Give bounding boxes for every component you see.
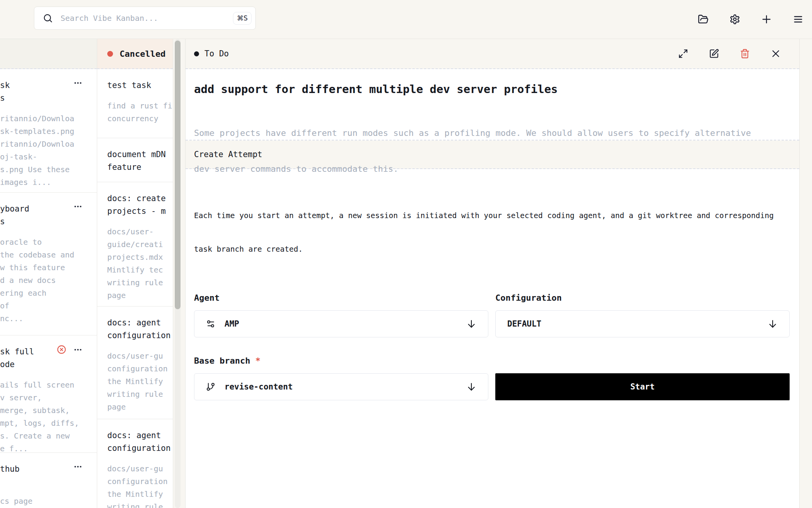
close-icon: [771, 49, 781, 59]
task-card[interactable]: sk full ode ails full screen v server, m…: [0, 335, 97, 453]
card-title-line: document mDN: [107, 148, 173, 161]
card-desc-line: docs/user-gu: [107, 462, 173, 475]
card-desc-line: ering each: [0, 287, 97, 300]
settings-gear-icon: [729, 14, 740, 25]
required-marker: *: [255, 356, 260, 366]
card-desc-line: guide/creati: [107, 238, 173, 251]
topbar-actions: [698, 0, 804, 39]
card-desc-line: projects.mdx: [107, 251, 173, 264]
card-desc-line: concurrency: [107, 112, 173, 125]
card-desc-line: s. Create a new: [0, 430, 97, 442]
task-status-label: To Do: [204, 49, 229, 58]
arrow-down-icon: [466, 319, 476, 329]
card-desc-line: oj-task-: [0, 151, 97, 163]
folder-open-icon: [698, 14, 709, 25]
card-desc-line: find a rust fi: [107, 100, 173, 112]
column-title: Cancelled: [120, 49, 165, 59]
settings-sliders-icon: [206, 319, 215, 329]
card-desc-line: w this feature: [0, 261, 97, 274]
delete-trash-icon: [740, 49, 750, 59]
edit-task-button[interactable]: [709, 49, 719, 59]
card-desc-line: docs/user-: [107, 225, 173, 238]
base-branch-select[interactable]: revise-content: [194, 373, 488, 400]
agent-field: Agent AMP: [194, 293, 488, 337]
topbar: ⌘S: [0, 0, 812, 39]
task-details-panel: To Do: [185, 39, 800, 508]
card-desc-line: configuration: [107, 362, 173, 375]
card-desc-line: configuration: [107, 475, 173, 488]
card-title-line: configuration: [107, 442, 173, 455]
card-title-line: docs: agent: [107, 317, 173, 329]
attempt-intro-line: Each time you start an attempt, a new se…: [194, 210, 790, 221]
card-desc-line: of: [0, 300, 97, 312]
card-desc-line: mpt, logs, diffs,: [0, 417, 97, 430]
task-panel-header: To Do: [186, 39, 799, 69]
hamburger-menu-icon: [793, 14, 804, 25]
task-panel-actions: [678, 49, 781, 59]
card-title-line: docs: create: [107, 192, 173, 205]
card-menu-icon[interactable]: [73, 345, 83, 354]
search-input[interactable]: [60, 13, 226, 23]
column-header: Cancelled: [97, 39, 173, 69]
search-box[interactable]: ⌘S: [34, 7, 256, 30]
card-desc-line: nc...: [0, 312, 97, 325]
attempt-intro-line: task branch are created.: [194, 244, 790, 255]
base-branch-value: revise-content: [225, 382, 293, 391]
task-card[interactable]: test task find a rust fi concurrency: [97, 69, 173, 138]
task-card[interactable]: sk s ritannio/Downloa sk-templates.png r…: [0, 69, 97, 193]
card-desc-line: ritannio/Downloa: [0, 112, 97, 125]
card-menu-icon[interactable]: [73, 78, 83, 88]
task-card[interactable]: docs: agent configuration docs/user-gu c…: [97, 419, 173, 508]
card-desc-line: page: [107, 401, 173, 413]
task-title-block: add support for different multiple dev s…: [186, 69, 799, 141]
task-card[interactable]: docs: create projects - m docs/user- gui…: [97, 182, 173, 306]
add-task-button[interactable]: [761, 14, 772, 25]
card-desc-line: ritannio/Downloa: [0, 138, 97, 151]
open-project-button[interactable]: [698, 14, 709, 25]
start-attempt-button[interactable]: Start: [495, 373, 790, 400]
configuration-select[interactable]: DEFAULT: [495, 310, 790, 337]
task-card[interactable]: docs: agent configuration docs/user-gu c…: [97, 306, 173, 419]
expand-task-button[interactable]: [678, 49, 688, 59]
settings-button[interactable]: [729, 14, 740, 25]
close-panel-button[interactable]: [771, 49, 781, 59]
card-desc-line: writing rule: [107, 276, 173, 289]
card-title-line: configuration: [107, 329, 173, 342]
card-title-line: feature: [107, 161, 173, 174]
card-desc-line: cs page: [0, 495, 97, 508]
main-menu-button[interactable]: [793, 14, 804, 25]
card-title-line: projects - m: [107, 205, 173, 218]
plus-icon: [761, 14, 772, 25]
card-desc-line: writing rule: [107, 501, 173, 508]
agent-select[interactable]: AMP: [194, 310, 488, 337]
create-attempt-content: Each time you start an attempt, a new se…: [186, 169, 799, 400]
edit-icon: [709, 49, 719, 59]
card-desc-line: v server,: [0, 391, 97, 404]
todo-status-dot: [194, 51, 199, 56]
card-menu-icon[interactable]: [73, 462, 83, 471]
agent-value: AMP: [225, 319, 239, 329]
search-icon: [43, 13, 53, 23]
start-field: Start: [495, 356, 790, 400]
task-title: add support for different multiple dev s…: [194, 82, 790, 96]
task-card[interactable]: thub cs page: [0, 453, 97, 508]
base-branch-field: Base branch * revise-content: [194, 356, 488, 400]
card-menu-icon[interactable]: [73, 202, 83, 211]
column-header: [0, 39, 97, 69]
configuration-value: DEFAULT: [507, 319, 542, 329]
delete-task-button[interactable]: [740, 49, 750, 59]
card-desc-line: the Mintlify: [107, 488, 173, 501]
card-desc-line: merge, subtask,: [0, 404, 97, 417]
task-card[interactable]: yboard s oracle to the codebase and w th…: [0, 193, 97, 335]
card-desc-line: e f...: [0, 442, 97, 453]
cancel-circle-x-icon[interactable]: [57, 345, 66, 354]
expand-icon: [678, 49, 688, 59]
card-desc-line: docs/user-gu: [107, 350, 173, 362]
card-title-line: ode: [0, 358, 97, 371]
board-scrollbar-thumb[interactable]: [175, 41, 181, 309]
kanban-column-left-clipped: sk s ritannio/Downloa sk-templates.png r…: [0, 39, 97, 508]
card-desc-line: images i...: [0, 176, 97, 189]
task-card[interactable]: document mDN feature: [97, 138, 173, 182]
kanban-board: sk s ritannio/Downloa sk-templates.png r…: [0, 39, 812, 508]
task-description-line: Some projects have different run modes s…: [194, 127, 790, 139]
